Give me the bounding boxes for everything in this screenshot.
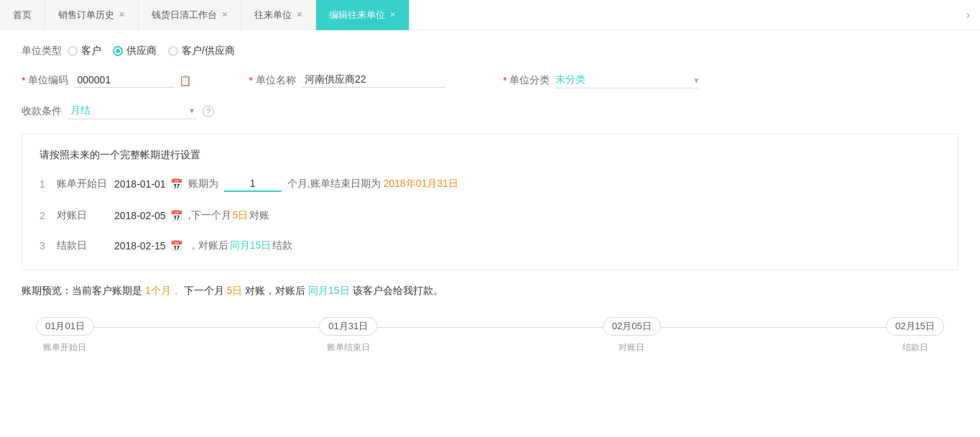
step-num-1: 1 xyxy=(40,178,57,190)
payment-condition-field: 收款条件 月结 ▾ ? xyxy=(22,103,214,119)
unit-code-copy-icon[interactable]: 📋 xyxy=(179,75,191,86)
tab-cash-work[interactable]: 钱货日清工作台 ✕ xyxy=(139,0,241,30)
calendar-icon-3[interactable]: 📅 xyxy=(170,240,182,252)
preview-highlight-2: 5日 xyxy=(226,285,242,296)
unit-category-label: 单位分类 xyxy=(509,74,550,87)
unit-cat-required: * xyxy=(503,75,507,86)
payment-condition-help[interactable]: ? xyxy=(203,106,214,117)
timeline-badge-2: 02月05日 xyxy=(603,317,661,336)
unit-type-label: 单位类型 xyxy=(22,45,62,58)
unit-category-field: * 单位分类 未分类 ▾ xyxy=(503,72,699,88)
step-highlight-2: 5日 xyxy=(233,209,249,222)
unit-code-label: 单位编码 xyxy=(28,74,68,87)
step-row-3: 3 结款日 2018-02-15 📅 ，对账后 同月15日 结款 xyxy=(40,239,940,252)
unit-name-required: * xyxy=(249,75,252,86)
radio-label-1: 供应商 xyxy=(126,45,157,58)
preview-text: 账期预览：当前客户账期是 1个月， 下一个月 5日 对账，对账后 同月15日 该… xyxy=(22,282,958,300)
timeline-sublabel-0: 账单开始日 xyxy=(43,341,86,354)
tab-home[interactable]: 首页 xyxy=(0,0,45,30)
radio-circle-1 xyxy=(113,46,123,56)
payment-condition-select[interactable]: 月结 ▾ xyxy=(68,103,197,119)
payment-condition-value: 月结 xyxy=(70,104,184,117)
step-label-3: 结款日 xyxy=(57,239,114,252)
step-row-2: 2 对账日 2018-02-05 📅 ,下一个月 5日 对账 xyxy=(40,209,940,222)
step-highlight-1: 2018年01月31日 xyxy=(384,178,458,190)
preview-highlight-1: 1个月， xyxy=(145,285,181,296)
timeline-sublabel-1: 账单结束日 xyxy=(327,341,370,354)
timeline-sublabel-3: 结款日 xyxy=(902,341,928,354)
unit-type-row: 单位类型 客户供应商客户/供应商 xyxy=(22,45,958,58)
unit-info-row: * 单位编码 📋 * 单位名称 * 单位分类 未分类 ▾ xyxy=(22,72,958,88)
radio-option-2[interactable]: 客户/供应商 xyxy=(168,45,235,58)
section-title: 请按照未来的一个完整帐期进行设置 xyxy=(40,149,940,162)
tab-partner[interactable]: 往来单位 ✕ xyxy=(241,0,316,30)
step-date-3: 2018-02-15 xyxy=(114,240,166,252)
step-highlight-3: 同月15日 xyxy=(230,239,272,252)
step-row-1: 1 账单开始日 2018-01-01 📅 账期为 个月,账单结束日期为 2018… xyxy=(40,176,940,192)
step-note-suffix-2: 对账 xyxy=(249,209,269,222)
unit-code-input[interactable] xyxy=(74,73,175,88)
tabs-bar: 首页销售订单历史 ✕钱货日清工作台 ✕往来单位 ✕编辑往来单位 ✕ › xyxy=(0,0,980,30)
step-date-1: 2018-01-01 xyxy=(114,178,166,190)
unit-name-input[interactable] xyxy=(302,73,445,88)
preview-middle: 下一个月 xyxy=(184,285,224,296)
step-note-suffix-1: 个月,账单结束日期为 xyxy=(287,178,381,190)
timeline-badge-0: 01月01日 xyxy=(36,317,94,336)
unit-name-field: * 单位名称 xyxy=(249,73,445,88)
step-num-3: 3 xyxy=(40,240,57,252)
payment-condition-label: 收款条件 xyxy=(22,105,62,118)
payment-condition-arrow: ▾ xyxy=(190,106,194,116)
timeline-node-2: 02月05日对账日 xyxy=(603,317,661,354)
radio-option-1[interactable]: 供应商 xyxy=(113,45,157,58)
unit-code-required: * xyxy=(22,75,25,86)
step-label-2: 对账日 xyxy=(57,209,114,222)
tab-close-edit-partner[interactable]: ✕ xyxy=(389,10,396,19)
unit-type-field: 单位类型 客户供应商客户/供应商 xyxy=(22,45,235,58)
tab-edit-partner[interactable]: 编辑往来单位 ✕ xyxy=(316,0,410,30)
preview-middle-2: 对账，对账后 xyxy=(245,285,305,296)
calendar-icon-2[interactable]: 📅 xyxy=(170,210,182,221)
step-note-suffix-3: 结款 xyxy=(272,239,292,252)
unit-category-arrow: ▾ xyxy=(694,75,699,86)
timeline: 01月01日账单开始日01月31日账单结束日02月05日对账日02月15日结款日 xyxy=(22,317,958,354)
timeline-badge-1: 01月31日 xyxy=(319,317,377,336)
tab-close-sales-history[interactable]: ✕ xyxy=(119,10,125,19)
unit-name-label: 单位名称 xyxy=(256,74,296,87)
timeline-node-0: 01月01日账单开始日 xyxy=(36,317,94,354)
step-date-2: 2018-02-05 xyxy=(114,210,166,221)
timeline-sublabel-2: 对账日 xyxy=(619,341,644,354)
radio-circle-0 xyxy=(68,46,78,56)
step-note-prefix-2: ,下一个月 xyxy=(188,209,231,222)
radio-circle-2 xyxy=(168,46,178,56)
unit-category-value: 未分类 xyxy=(555,73,694,86)
unit-code-field: * 单位编码 📋 xyxy=(22,73,191,88)
unit-type-radio-group: 客户供应商客户/供应商 xyxy=(68,45,235,58)
timeline-nodes: 01月01日账单开始日01月31日账单结束日02月05日对账日02月15日结款日 xyxy=(36,317,944,354)
tab-close-partner[interactable]: ✕ xyxy=(296,10,302,19)
step-num-2: 2 xyxy=(40,210,57,221)
calendar-icon-1[interactable]: 📅 xyxy=(170,178,182,190)
payment-condition-row: 收款条件 月结 ▾ ? xyxy=(22,103,958,119)
timeline-node-3: 02月15日结款日 xyxy=(886,317,944,354)
step-note-prefix-1: 账期为 xyxy=(188,178,218,190)
tabs-more-button[interactable]: › xyxy=(956,9,980,22)
step-label-1: 账单开始日 xyxy=(57,178,114,190)
timeline-node-1: 01月31日账单结束日 xyxy=(319,317,377,354)
timeline-badge-3: 02月15日 xyxy=(886,317,944,336)
tab-sales-history[interactable]: 销售订单历史 ✕ xyxy=(45,0,139,30)
radio-label-0: 客户 xyxy=(81,45,101,58)
main-content: 单位类型 客户供应商客户/供应商 * 单位编码 📋 * 单位名称 * 单位分类 … xyxy=(0,30,980,437)
unit-category-select[interactable]: 未分类 ▾ xyxy=(555,72,699,88)
preview-prefix: 账期预览：当前客户账期是 xyxy=(22,285,142,296)
radio-label-2: 客户/供应商 xyxy=(182,45,235,58)
period-input-1[interactable] xyxy=(224,176,282,192)
period-section: 请按照未来的一个完整帐期进行设置 1 账单开始日 2018-01-01 📅 账期… xyxy=(22,134,958,270)
step-note-prefix-3: ，对账后 xyxy=(188,239,228,252)
radio-option-0[interactable]: 客户 xyxy=(68,45,101,58)
tab-close-cash-work[interactable]: ✕ xyxy=(221,10,228,19)
preview-highlight-3: 同月15日 xyxy=(308,285,350,296)
preview-suffix: 该客户会给我打款。 xyxy=(353,285,443,296)
